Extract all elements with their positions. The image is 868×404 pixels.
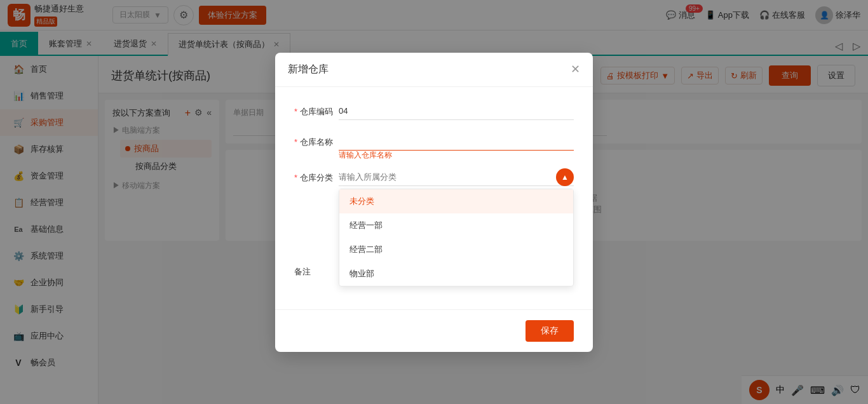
dialog-title: 新增仓库 <box>288 63 329 76</box>
form-label-category: *仓库分类 <box>294 168 339 184</box>
category-dropdown: 未分类 经营一部 经营二部 物业部 <box>339 189 574 286</box>
category-input[interactable] <box>339 168 574 186</box>
dialog-header: 新增仓库 ✕ <box>275 53 593 87</box>
form-label-note: 备注 <box>294 262 339 278</box>
form-label-code: *仓库编码 <box>294 102 339 118</box>
form-row-name: *仓库名称 请输入仓库名称 <box>294 133 574 151</box>
new-warehouse-dialog: 新增仓库 ✕ *仓库编码 *仓库名称 请输入仓库名称 <box>275 53 593 352</box>
dialog-close-button[interactable]: ✕ <box>571 64 580 75</box>
dropdown-item-dept2[interactable]: 经营二部 <box>339 238 573 262</box>
dropdown-item-dept1[interactable]: 经营一部 <box>339 213 573 238</box>
form-label-name: *仓库名称 <box>294 133 339 148</box>
form-row-code: *仓库编码 <box>294 102 574 120</box>
dialog-footer: 保存 <box>275 309 593 352</box>
dropdown-item-property[interactable]: 物业部 <box>339 262 573 286</box>
modal-overlay: 新增仓库 ✕ *仓库编码 *仓库名称 请输入仓库名称 <box>0 0 868 404</box>
warehouse-name-input[interactable] <box>339 133 574 151</box>
dropdown-item-unclassified[interactable]: 未分类 <box>339 189 573 213</box>
save-button[interactable]: 保存 <box>526 320 574 342</box>
dialog-body: *仓库编码 *仓库名称 请输入仓库名称 *仓库分类 ▲ <box>275 87 593 309</box>
category-dropdown-toggle[interactable]: ▲ <box>556 168 574 186</box>
form-row-category: *仓库分类 ▲ 未分类 经营一部 经营二部 物业部 <box>294 168 574 186</box>
warehouse-name-error: 请输入仓库名称 <box>339 150 392 161</box>
warehouse-code-input[interactable] <box>339 102 574 120</box>
category-select-wrapper: ▲ 未分类 经营一部 经营二部 物业部 <box>339 168 574 186</box>
